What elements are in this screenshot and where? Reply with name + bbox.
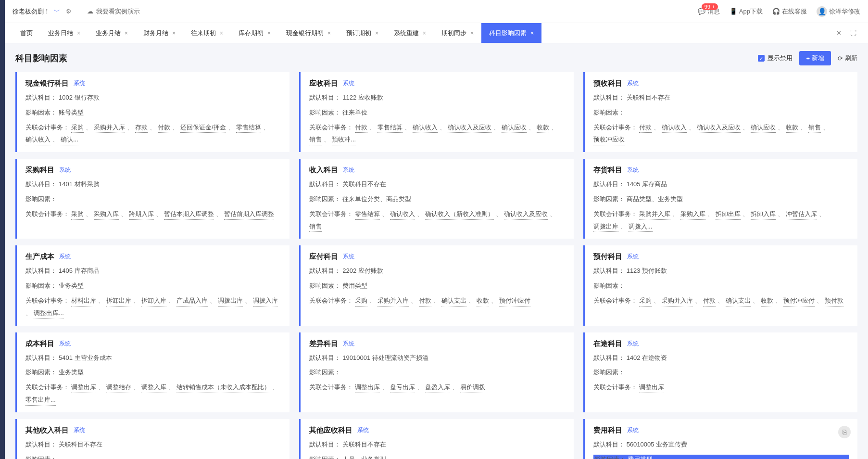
subject-card[interactable]: 其他收入科目系统默认科目：关联科目不存在影响因素：关联会计事务：调整入库、往来收…: [15, 419, 289, 459]
subject-card[interactable]: 应付科目系统默认科目：2202 应付账款影响因素：费用类型关联会计事务：采购、采…: [299, 245, 573, 325]
related-link[interactable]: 付款: [355, 123, 367, 133]
subject-card[interactable]: 预付科目系统默认科目：1123 预付账款影响因素：关联会计事务：采购、采购并入库…: [583, 245, 857, 325]
close-icon[interactable]: ×: [423, 30, 426, 37]
subject-card[interactable]: 生产成本系统默认科目：1405 库存商品影响因素：业务类型关联会计事务：材料出库…: [15, 245, 289, 325]
gear-icon[interactable]: ⚙: [66, 8, 72, 15]
subject-card[interactable]: 采购科目系统默认科目：1401 材料采购影响因素：关联会计事务：采购、采购入库、…: [15, 159, 289, 239]
close-icon[interactable]: ×: [327, 30, 331, 37]
close-icon[interactable]: ×: [267, 30, 271, 37]
tab[interactable]: 期初同步×: [434, 23, 481, 43]
related-link[interactable]: 确认支出: [726, 296, 751, 306]
related-link[interactable]: 采购: [355, 296, 367, 306]
demo-link[interactable]: ☁ 我要看实例演示: [87, 7, 140, 16]
close-icon[interactable]: ×: [375, 30, 378, 37]
related-link[interactable]: 预收冲应收: [593, 135, 625, 145]
related-link[interactable]: 收款: [786, 123, 798, 133]
related-link[interactable]: 收款: [477, 296, 489, 306]
tab[interactable]: 现金银行期初×: [278, 23, 339, 43]
related-link[interactable]: 拆卸出库: [716, 209, 741, 220]
related-link[interactable]: 确认收入: [25, 135, 50, 145]
related-link[interactable]: 还回保证金/押金: [180, 123, 226, 133]
close-icon[interactable]: ×: [172, 30, 176, 37]
related-link[interactable]: 预付冲应付: [499, 296, 530, 306]
related-link[interactable]: 调整入库: [141, 382, 166, 393]
online-service-link[interactable]: 🎧 在线客服: [772, 7, 807, 16]
related-link[interactable]: 确认收入及应收: [504, 209, 548, 220]
subject-card[interactable]: 成本科目系统默认科目：5401 主营业务成本影响因素：业务类型关联会计事务：调整…: [15, 332, 289, 412]
subject-card[interactable]: 在途科目系统默认科目：1402 在途物资影响因素：关联会计事务：调整出库: [583, 332, 857, 412]
related-link[interactable]: 存款: [135, 123, 148, 133]
related-link[interactable]: 调整出库: [639, 382, 664, 393]
tab[interactable]: 业务日结×: [40, 23, 88, 43]
related-link[interactable]: 付款: [703, 296, 716, 306]
related-link[interactable]: 拆卸入库: [751, 209, 776, 220]
related-link[interactable]: 确认收入: [413, 123, 438, 133]
related-link[interactable]: 销售: [309, 222, 322, 232]
tab[interactable]: 预订期初×: [339, 23, 386, 43]
related-link[interactable]: 零售结算: [236, 123, 261, 133]
close-icon[interactable]: ×: [77, 30, 80, 37]
subject-card[interactable]: 差异科目系统默认科目：19010001 待处理流动资产损溢影响因素：关联会计事务…: [299, 332, 573, 412]
related-link[interactable]: 拆卸出库: [106, 296, 131, 306]
related-link[interactable]: 调拨入库: [253, 296, 278, 306]
related-link[interactable]: 结转销售成本（未收入成本配比）: [176, 382, 270, 393]
related-link[interactable]: 付款: [419, 296, 431, 306]
related-link[interactable]: 材料出库: [71, 296, 96, 306]
related-link[interactable]: 采购: [639, 296, 652, 306]
related-link[interactable]: 预付冲应付: [783, 296, 815, 306]
related-link[interactable]: 采购: [71, 209, 84, 220]
close-all-tabs-icon[interactable]: ✕: [834, 27, 843, 38]
subject-card[interactable]: 收入科目系统默认科目：关联科目不存在影响因素：往来单位分类、商品类型关联会计事务…: [299, 159, 573, 239]
related-link[interactable]: 暂估本期入库调整: [164, 209, 214, 220]
related-link[interactable]: 确认收入及应收: [697, 123, 741, 133]
subject-card[interactable]: 其他应收科目系统默认科目：关联科目不存在影响因素：人员、业务类型关联会计事务：付…: [299, 419, 573, 459]
related-link[interactable]: 确认收入: [390, 209, 415, 220]
related-link[interactable]: 确认应收: [751, 123, 776, 133]
related-link[interactable]: 跨期入库: [129, 209, 154, 220]
related-link[interactable]: 采购并入库: [639, 209, 670, 220]
related-link[interactable]: 确认支出: [441, 296, 466, 306]
related-link[interactable]: 盘亏出库: [390, 382, 415, 393]
close-icon[interactable]: ×: [220, 30, 223, 37]
related-link[interactable]: 零售出库...: [25, 395, 56, 406]
subject-card[interactable]: 现金银行科目系统默认科目：1002 银行存款影响因素：账号类型关联会计事务：采购…: [15, 72, 289, 152]
related-link[interactable]: 易价调拨: [460, 382, 485, 393]
related-link[interactable]: 收款: [761, 296, 773, 306]
subject-card[interactable]: 存货科目系统默认科目：1405 库存商品影响因素：商品类型、业务类型关联会计事务…: [583, 159, 857, 239]
tab[interactable]: 首页: [13, 23, 40, 43]
related-link[interactable]: 确认收入及应收: [448, 123, 491, 133]
show-disabled-checkbox[interactable]: ✓ 显示禁用: [758, 54, 793, 63]
related-link[interactable]: 预付款: [825, 296, 843, 306]
related-link[interactable]: 确认应收: [502, 123, 527, 133]
related-link[interactable]: 预收冲...: [332, 135, 356, 145]
related-link[interactable]: 采购并入库: [662, 296, 693, 306]
tab[interactable]: 系统重建×: [386, 23, 434, 43]
related-link[interactable]: 确认...: [61, 135, 78, 145]
add-button[interactable]: + 新增: [799, 51, 831, 65]
tab[interactable]: 业务月结×: [88, 23, 136, 43]
org-selector[interactable]: 徐老板勿删！ ﹀: [13, 7, 60, 16]
subject-card[interactable]: 应收科目系统默认科目：1122 应收账款影响因素：往来单位关联会计事务：付款、零…: [299, 72, 573, 152]
related-link[interactable]: 确认收入（新收入准则）: [425, 209, 494, 220]
fullscreen-icon[interactable]: ⛶: [848, 27, 858, 38]
close-icon[interactable]: ×: [125, 30, 128, 37]
close-icon[interactable]: ×: [530, 30, 534, 37]
user-menu[interactable]: 👤 徐泽华修改: [817, 6, 860, 17]
related-link[interactable]: 采购并入库: [377, 296, 409, 306]
tab[interactable]: 往来期初×: [183, 23, 231, 43]
related-link[interactable]: 拆卸入库: [141, 296, 166, 306]
related-link[interactable]: 采购入库: [94, 209, 119, 220]
close-icon[interactable]: ×: [470, 30, 474, 37]
related-link[interactable]: 销售: [808, 123, 821, 133]
related-link[interactable]: 调整出库...: [34, 308, 64, 319]
tab[interactable]: 财务月结×: [136, 23, 183, 43]
refresh-button[interactable]: ⟳ 刷新: [838, 54, 857, 63]
related-link[interactable]: 调整出库: [355, 382, 380, 393]
related-link[interactable]: 暂估前期入库调整: [224, 209, 274, 220]
subject-card[interactable]: 预收科目系统默认科目：关联科目不存在影响因素：关联会计事务：付款、确认收入、确认…: [583, 72, 857, 152]
related-link[interactable]: 采购入库: [680, 209, 705, 220]
related-link[interactable]: 采购并入库: [94, 123, 125, 133]
tab[interactable]: 库存期初×: [231, 23, 278, 43]
related-link[interactable]: 销售: [309, 135, 322, 145]
related-link[interactable]: 调拨出库: [218, 296, 243, 306]
